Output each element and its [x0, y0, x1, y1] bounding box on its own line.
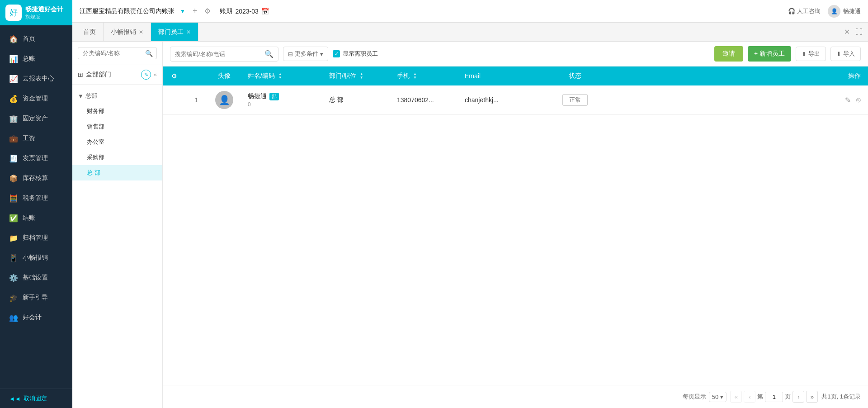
last-page-button[interactable]: »	[806, 391, 818, 403]
employee-code: 0	[248, 101, 315, 108]
tab-home[interactable]: 首页	[76, 23, 104, 41]
col-header-action: 操作	[602, 66, 868, 85]
action-icons: ✎ ⎋	[609, 96, 861, 104]
guide-icon: 🎓	[9, 293, 18, 302]
tab-expense-label: 小畅报销	[111, 28, 136, 36]
sidebar-item-salary[interactable]: 💼 工资	[0, 128, 72, 148]
prev-page-button[interactable]: ‹	[744, 391, 755, 403]
topbar: 江西服宝精品有限责任公司内账张 ▼ + ⚙ 账期 2023-03 📅 🎧 人工咨…	[72, 0, 868, 23]
reports-icon: 📈	[9, 74, 18, 83]
sidebar-item-tax[interactable]: 🧮 税务管理	[0, 188, 72, 208]
dept-search-icon[interactable]: 🔍	[145, 50, 153, 57]
col-header-settings[interactable]: ⚙	[163, 66, 185, 85]
sidebar-item-inventory[interactable]: 📦 库存核算	[0, 168, 72, 188]
filter-chevron-icon: ▾	[320, 51, 323, 57]
settings-icon: ⚙️	[9, 273, 18, 282]
page-prefix: 第	[757, 393, 763, 401]
import-button[interactable]: ⬇ 导入	[830, 47, 861, 61]
support-button[interactable]: 🎧 人工咨询	[788, 7, 821, 15]
sidebar-item-accounting[interactable]: 👥 好会计	[0, 308, 72, 327]
dept-tree-item-office[interactable]: 办公室	[72, 134, 162, 150]
dept-tree-item-purchase[interactable]: 采购部	[72, 150, 162, 165]
sidebar-label-inventory: 库存核算	[23, 174, 48, 182]
dept-tree-item-zongbu-parent[interactable]: ▼ 总部	[72, 88, 162, 104]
employee-avatar: 👤	[215, 91, 233, 109]
sidebar-label-tax: 税务管理	[23, 194, 48, 202]
row-dept-cell: 总 部	[322, 85, 390, 115]
tab-employees[interactable]: 部门员工 ✕	[151, 23, 198, 41]
dept-grid-icon: ⊞	[78, 71, 83, 78]
tab-expense[interactable]: 小畅报销 ✕	[104, 23, 151, 41]
export-button[interactable]: ⬆ 导出	[796, 47, 826, 61]
sidebar-item-ledger[interactable]: 📊 总账	[0, 49, 72, 69]
sidebar-item-assets[interactable]: 🏢 固定资产	[0, 109, 72, 128]
edit-icon[interactable]: ✎	[845, 96, 851, 104]
employee-email: chanjethkj...	[465, 96, 499, 104]
col-name-sort[interactable]: ▲▼	[278, 72, 282, 80]
sidebar-item-invoice[interactable]: 🧾 发票管理	[0, 148, 72, 168]
col-phone-sort[interactable]: ▲▼	[413, 72, 417, 80]
dept-tree-item-sales[interactable]: 销售部	[72, 119, 162, 134]
sidebar-label-guide: 新手引导	[23, 294, 48, 302]
support-label: 人工咨询	[797, 7, 821, 15]
sidebar-item-archive[interactable]: 📁 归档管理	[0, 228, 72, 248]
pagination-total: 共1页, 1条记录	[821, 393, 861, 401]
sidebar-item-funds[interactable]: 💰 资金管理	[0, 89, 72, 109]
company-dropdown[interactable]: ▼	[180, 8, 185, 14]
add-company-button[interactable]: +	[191, 6, 199, 16]
next-page-button[interactable]: ›	[793, 391, 804, 403]
col-header-name[interactable]: 姓名/编码 ▲▼	[241, 66, 322, 85]
table-row: 1 👤 畅捷通 部	[163, 85, 868, 115]
triangle-icon: ▼	[78, 93, 84, 100]
first-page-button[interactable]: «	[730, 391, 742, 403]
page-input[interactable]	[765, 392, 783, 402]
sidebar-item-guide[interactable]: 🎓 新手引导	[0, 288, 72, 308]
tab-employees-close[interactable]: ✕	[186, 29, 191, 35]
dept-edit-icon[interactable]: ✎	[141, 70, 151, 80]
page-suffix: 页	[785, 393, 791, 401]
close-tab-icon[interactable]: ✕	[844, 28, 850, 36]
more-filter-button[interactable]: ⊟ 更多条件 ▾	[283, 47, 328, 61]
dept-collapse-icon[interactable]: «	[154, 71, 157, 78]
fullscreen-icon[interactable]: ⛶	[855, 28, 863, 36]
dept-tree: ▼ 总部 财务部 销售部 办公室 采购部 总 部	[72, 85, 162, 408]
employee-search-input[interactable]	[170, 48, 260, 60]
sidebar-item-closing[interactable]: ✅ 结账	[0, 208, 72, 228]
sidebar-item-reports[interactable]: 📈 云报表中心	[0, 69, 72, 89]
topbar-right: 🎧 人工咨询 👤 畅捷通	[788, 5, 861, 18]
sidebar-item-settings[interactable]: ⚙️ 基础设置	[0, 268, 72, 288]
sidebar-logo: 好 畅捷通好会计 旗舰版	[0, 0, 72, 25]
employee-toolbar: 🔍 ⊟ 更多条件 ▾ ✓ 显示离职员工 邀请 + 新增员工 ⬆ 导出	[163, 42, 868, 66]
dept-tree-item-general[interactable]: 总 部	[72, 165, 162, 180]
logout-icon[interactable]: ⎋	[856, 96, 861, 104]
calendar-icon[interactable]: 📅	[261, 8, 269, 15]
sidebar-pin-toggle[interactable]: ◄◄ 取消固定	[0, 389, 72, 408]
archive-icon: 📁	[9, 233, 18, 242]
employee-search-icon[interactable]: 🔍	[260, 47, 278, 61]
dept-tree-item-label-zongbu-parent: 总部	[85, 92, 97, 100]
col-header-dept[interactable]: 部门/职位 ▲▼	[322, 66, 390, 85]
add-employee-button[interactable]: + 新增员工	[748, 46, 791, 62]
tax-icon: 🧮	[9, 194, 18, 203]
dept-tree-item-finance[interactable]: 财务部	[72, 104, 162, 119]
col-header-phone[interactable]: 手机 ▲▼	[390, 66, 458, 85]
user-menu[interactable]: 👤 畅捷通	[828, 5, 861, 18]
col-dept-sort[interactable]: ▲▼	[360, 72, 363, 80]
per-page-dropdown[interactable]: 50 ▾	[709, 392, 726, 402]
per-page-value: 50	[712, 394, 718, 400]
person-icon: 👤	[219, 95, 230, 105]
show-resigned-checkbox[interactable]: ✓	[333, 50, 340, 57]
employee-name: 畅捷通	[248, 92, 267, 100]
sidebar-item-home[interactable]: 🏠 首页	[0, 29, 72, 49]
sidebar-label-ledger: 总账	[23, 55, 35, 63]
sidebar-item-expense[interactable]: 📱 小畅报销	[0, 248, 72, 268]
invite-button[interactable]: 邀请	[714, 46, 743, 62]
expense-icon: 📱	[9, 253, 18, 262]
employee-table: ⚙ 头像 姓名/编码 ▲▼ 部门/职位 ▲▼	[163, 66, 868, 385]
tab-expense-close[interactable]: ✕	[139, 29, 143, 35]
col-header-status: 状态	[548, 66, 602, 85]
tab-employees-label: 部门员工	[158, 28, 184, 36]
settings-gear-icon[interactable]: ⚙	[204, 7, 211, 15]
company-name: 江西服宝精品有限责任公司内账张	[80, 7, 175, 15]
toolbar-right: 邀请 + 新增员工 ⬆ 导出 ⬇ 导入	[714, 46, 861, 62]
